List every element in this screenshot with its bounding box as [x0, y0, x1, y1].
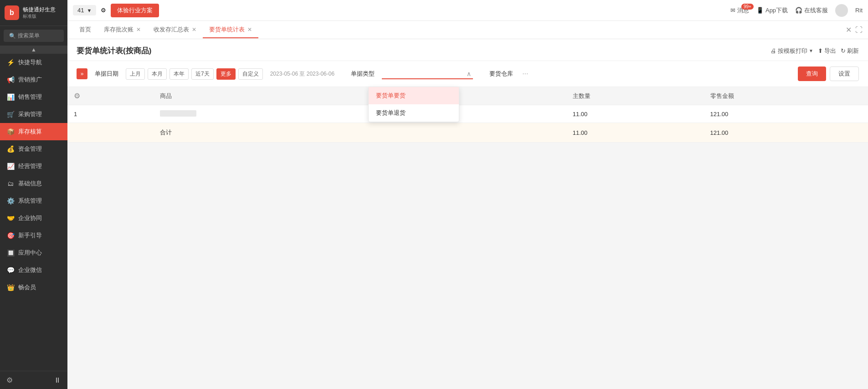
cell-quantity: 11.00 — [566, 105, 704, 123]
export-action[interactable]: ⬆ 导出 — [818, 47, 836, 55]
date-label: 单据日期 — [95, 70, 118, 78]
finance-icon: 💰 — [6, 145, 15, 153]
type-label: 单据类型 — [351, 70, 375, 78]
sidebar-item-sales[interactable]: 📊 销售管理 — [0, 88, 67, 106]
cell-num: 1 — [67, 105, 154, 123]
page-title: 要货单统计表(按商品) — [77, 46, 151, 56]
query-button[interactable]: 查询 — [798, 67, 826, 81]
type-input[interactable] — [382, 69, 473, 79]
tabs-expand-icon[interactable]: ⛶ — [855, 26, 863, 34]
tab-collect-summary-close[interactable]: ✕ — [192, 26, 196, 33]
sidebar-item-marketing[interactable]: 📢 营销推广 — [0, 71, 67, 88]
type-input-wrap: ∧ — [382, 69, 473, 79]
date-prev-month[interactable]: 上月 — [126, 68, 145, 80]
date-last-7days[interactable]: 近7天 — [191, 68, 214, 80]
members-icon: 👑 — [6, 283, 15, 292]
headset-icon: 🎧 — [795, 7, 802, 14]
tab-inventory-batch-close[interactable]: ✕ — [136, 26, 141, 33]
col-amount: 零售金额 — [704, 87, 868, 105]
sidebar-item-inventory[interactable]: 📦 库存核算 — [0, 123, 67, 140]
purchase-icon: 🛒 — [6, 110, 15, 118]
tab-collect-summary[interactable]: 收发存汇总表 ✕ — [147, 22, 203, 38]
type-clear-icon[interactable]: ∧ — [467, 70, 471, 77]
date-cur-month[interactable]: 本月 — [148, 68, 167, 80]
header-left: 41 ▼ ⚙ 体验行业方案 — [73, 4, 159, 17]
date-custom[interactable]: 自定义 — [238, 68, 263, 80]
sidebar-logo: b 畅捷通好生意 标准版 — [0, 0, 67, 26]
refresh-icon: ↻ — [841, 47, 846, 54]
table-wrap: ⚙ 商品 主计量单位 主数量 零售金额 1 块 — [67, 87, 868, 143]
page-header: 要货单统计表(按商品) 🖨 按模板打印 ▼ ⬆ 导出 ↻ 刷新 — [67, 39, 868, 61]
tab-order-summary[interactable]: 要货单统计表 ✕ — [203, 22, 258, 38]
sidebar-item-operations[interactable]: 📈 经营管理 — [0, 158, 67, 175]
inventory-icon: 📦 — [6, 128, 15, 136]
type-dropdown: 要货单要货 要货单退货 — [368, 87, 459, 122]
date-range: 2023-05-06 至 2023-06-06 — [270, 70, 334, 78]
summary-label: 合计 — [154, 123, 375, 143]
tab-inventory-batch[interactable]: 库存批次账 ✕ — [98, 22, 147, 38]
tabs-bar: 首页 库存批次账 ✕ 收发存汇总表 ✕ 要货单统计表 ✕ ✕ ⛶ — [67, 21, 868, 39]
settings-button[interactable]: 设置 — [830, 67, 859, 81]
sidebar-bottom: ⚙ ⏸ — [0, 371, 67, 389]
tab-order-summary-close[interactable]: ✕ — [247, 26, 252, 33]
store-selector[interactable]: 41 ▼ — [73, 5, 96, 15]
main-content: 41 ▼ ⚙ 体验行业方案 ✉ 消息 99+ 📱 App下载 🎧 在线客服 Ri… — [67, 0, 868, 389]
dropdown-item-order-goods[interactable]: 要货单要货 — [369, 87, 459, 104]
sidebar-item-quick-nav[interactable]: ⚡ 快捷导航 — [0, 54, 67, 71]
sidebar-item-purchase[interactable]: 🛒 采购管理 — [0, 106, 67, 123]
tabs-actions: ✕ ⛶ — [846, 26, 863, 34]
message-icon: ✉ — [730, 7, 735, 14]
print-action[interactable]: 🖨 按模板打印 ▼ — [770, 47, 813, 55]
sidebar-item-basic-info[interactable]: 🗂 基础信息 — [0, 175, 67, 192]
table-header-row: ⚙ 商品 主计量单位 主数量 零售金额 — [67, 87, 868, 105]
gear-icon[interactable]: ⚙ — [101, 7, 106, 14]
scroll-up-btn[interactable]: ▲ — [0, 46, 67, 54]
header-right: ✉ 消息 99+ 📱 App下载 🎧 在线客服 Rit — [730, 4, 863, 17]
summary-empty — [67, 123, 154, 143]
sidebar-item-system[interactable]: ⚙️ 系统管理 — [0, 192, 67, 210]
refresh-action[interactable]: ↻ 刷新 — [841, 47, 859, 55]
online-service-item[interactable]: 🎧 在线客服 — [795, 6, 828, 15]
expand-button[interactable]: » — [77, 68, 87, 79]
sidebar-item-guide[interactable]: 🎯 新手引导 — [0, 227, 67, 244]
sidebar-item-app-center[interactable]: 🔲 应用中心 — [0, 244, 67, 261]
tab-home[interactable]: 首页 — [73, 22, 98, 38]
summary-amount: 121.00 — [704, 123, 868, 143]
message-item[interactable]: ✉ 消息 99+ — [730, 6, 749, 15]
settings-btn[interactable]: ⚙ — [6, 376, 13, 384]
wecom-icon: 💬 — [6, 266, 15, 274]
sales-icon: 📊 — [6, 93, 15, 101]
cell-amount: 121.00 — [704, 105, 868, 123]
warehouse-label: 要货仓库 — [489, 70, 513, 78]
filter-area: » 单据日期 上月 本月 本年 近7天 更多 自定义 2023-05-06 至 … — [67, 61, 868, 87]
user-avatar[interactable] — [835, 4, 848, 17]
username-label: Rit — [855, 7, 863, 14]
search-icon: 🔍 — [9, 33, 16, 39]
app-download-item[interactable]: 📱 App下载 — [756, 6, 788, 15]
product-placeholder — [160, 110, 196, 117]
dropdown-arrow-icon: ▼ — [87, 8, 92, 13]
summary-unit-empty — [375, 123, 566, 143]
sidebar: b 畅捷通好生意 标准版 🔍 搜索菜单 ▲ ⚡ 快捷导航 📢 营销推广 📊 销售… — [0, 0, 67, 389]
col-settings-icon[interactable]: ⚙ — [74, 92, 80, 100]
trial-button[interactable]: 体验行业方案 — [111, 4, 159, 17]
export-icon: ⬆ — [818, 47, 823, 54]
date-more[interactable]: 更多 — [216, 68, 236, 80]
quick-nav-icon: ⚡ — [6, 58, 15, 67]
tabs-close-all-icon[interactable]: ✕ — [846, 26, 852, 34]
logo-icon: b — [5, 5, 19, 20]
operations-icon: 📈 — [6, 162, 15, 170]
sidebar-item-enterprise[interactable]: 🤝 企业协同 — [0, 210, 67, 227]
collapse-btn[interactable]: ⏸ — [54, 376, 61, 384]
sidebar-search[interactable]: 🔍 搜索菜单 — [4, 30, 64, 42]
col-settings: ⚙ — [67, 87, 154, 105]
sidebar-item-finance[interactable]: 💰 资金管理 — [0, 140, 67, 158]
col-quantity: 主数量 — [566, 87, 704, 105]
date-cur-year[interactable]: 本年 — [169, 68, 189, 80]
sidebar-item-members[interactable]: 👑 畅会员 — [0, 279, 67, 296]
col-product: 商品 — [154, 87, 375, 105]
dropdown-item-order-return[interactable]: 要货单退货 — [369, 104, 459, 122]
app-center-icon: 🔲 — [6, 249, 15, 257]
sidebar-item-wecom[interactable]: 💬 企业微信 — [0, 261, 67, 279]
warehouse-dots-icon[interactable]: ··· — [522, 70, 528, 78]
